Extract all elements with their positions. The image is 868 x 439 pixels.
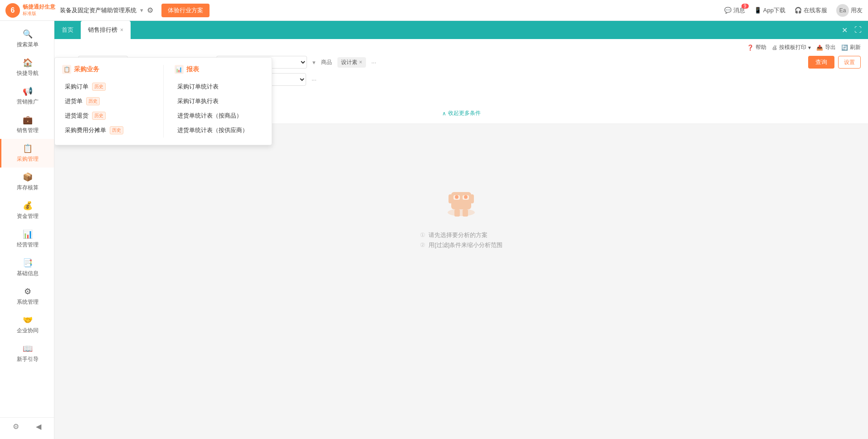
industry-btn[interactable]: 体验行业方案 xyxy=(161,4,210,17)
content-area: 首页 销售排行榜 × ✕ ⛶ ❓ 帮助 xyxy=(54,21,868,439)
sidebar-item-purchase[interactable]: 📋 采购管理 xyxy=(0,139,54,168)
tab-home[interactable]: 首页 xyxy=(54,21,81,39)
salesperson-dots[interactable]: ··· xyxy=(312,76,317,83)
tab-sales-rank[interactable]: 销售排行榜 × xyxy=(81,21,131,39)
purchase-section: 📋 采购业务 采购订单 历史 进货单 历史 进货退货 历史 xyxy=(62,65,152,138)
sidebar-item-system[interactable]: ⚙ 系统管理 xyxy=(0,282,54,311)
print-dropdown-icon[interactable]: ▾ xyxy=(808,44,811,51)
close-tab-btn[interactable]: ✕ xyxy=(838,24,851,36)
sidebar-item-guide[interactable]: 📖 新手引导 xyxy=(0,339,54,368)
header-right: 💬 消息 9 📱 App下载 🎧 在线客服 Ea 用友 xyxy=(724,4,863,17)
refresh-icon: 🔄 xyxy=(841,44,848,51)
toolbar-actions-row: ❓ 帮助 🖨 按模板打印 ▾ 📤 导出 🔄 xyxy=(62,44,861,51)
chart-icon: 📊 xyxy=(23,229,33,239)
empty-state: ① 请先选择要分析的方案 ② 用[过滤]条件来缩小分析范围 xyxy=(54,124,868,306)
bottom-settings-icon[interactable]: ⚙ xyxy=(13,422,19,431)
history-badge: 历史 xyxy=(92,83,106,91)
menu-item-purchase-order[interactable]: 采购订单 历史 xyxy=(62,79,152,94)
tab-home-label: 首页 xyxy=(62,26,73,34)
sidebar-item-label: 搜索菜单 xyxy=(17,41,39,49)
main-layout: 🔍 搜索菜单 🏠 快捷导航 📢 营销推广 💼 销售管理 📋 采购管理 📦 库存核… xyxy=(0,21,868,439)
sidebar-item-label: 库存核算 xyxy=(17,184,39,192)
book-icon: 📖 xyxy=(23,344,33,354)
menu-item-purchase-order-exec[interactable]: 采购订单执行表 xyxy=(175,94,265,109)
online-service-item[interactable]: 🎧 在线客服 xyxy=(795,6,827,15)
collapse-icon: ∧ xyxy=(442,110,446,117)
settings-button[interactable]: 设置 xyxy=(838,56,861,69)
sidebar-item-search[interactable]: 🔍 搜索菜单 xyxy=(0,25,54,53)
online-service-label: 在线客服 xyxy=(804,6,827,15)
menu-item-goods-return[interactable]: 进货退货 历史 xyxy=(62,109,152,123)
system-title-text: 装备及固定资产辅助管理系统 xyxy=(60,6,137,15)
sidebar-bottom: ⚙ ◀ xyxy=(0,417,54,435)
print-action[interactable]: 🖨 按模板打印 ▾ xyxy=(772,44,811,51)
purchase-section-icon: 📋 xyxy=(62,65,71,74)
user-item[interactable]: Ea 用友 xyxy=(836,4,863,17)
refresh-action[interactable]: 🔄 刷新 xyxy=(841,44,861,51)
svg-rect-7 xyxy=(463,209,468,217)
tab-close-icon[interactable]: × xyxy=(120,27,123,33)
message-badge: 9 xyxy=(741,4,749,9)
sidebar-item-label: 系统管理 xyxy=(17,298,39,306)
handshake-icon: 🤝 xyxy=(23,315,33,325)
help-action[interactable]: ❓ 帮助 xyxy=(747,44,766,51)
search-icon: 🔍 xyxy=(23,29,33,39)
bottom-collapse-icon[interactable]: ◀ xyxy=(36,422,41,431)
gear-icon: ⚙ xyxy=(24,286,31,296)
empty-tip2: ② 用[过滤]条件来缩小分析范围 xyxy=(420,241,503,249)
goods-dots[interactable]: ··· xyxy=(371,59,376,66)
sidebar-item-enterprise[interactable]: 🤝 企业协同 xyxy=(0,311,54,339)
menu-item-goods-stat-by-supplier[interactable]: 进货单统计表（按供应商） xyxy=(175,123,265,138)
menu-item-label: 采购订单统计表 xyxy=(177,83,219,91)
sidebar-item-inventory[interactable]: 📦 库存核算 xyxy=(0,168,54,196)
report-section-title: 📊 报表 xyxy=(175,65,265,74)
app-download-item[interactable]: 📱 App下载 xyxy=(754,6,785,15)
print-label: 按模板打印 xyxy=(779,44,806,51)
phone-icon: 📱 xyxy=(754,7,761,14)
menu-item-goods-receipt[interactable]: 进货单 历史 xyxy=(62,94,152,109)
menu-item-label: 进货退货 xyxy=(65,112,88,120)
sidebar-item-quick[interactable]: 🏠 快捷导航 xyxy=(0,53,54,82)
settings-icon[interactable]: ⚙ xyxy=(147,6,153,15)
empty-tip1: ① 请先选择要分析的方案 xyxy=(420,231,503,239)
message-item[interactable]: 💬 消息 9 xyxy=(724,6,745,15)
search-button[interactable]: 查询 xyxy=(808,56,834,69)
collapse-label: 收起更多条件 xyxy=(448,109,481,117)
sidebar-item-label: 采购管理 xyxy=(17,155,39,163)
doc-status-dots[interactable]: ▾ xyxy=(312,59,316,66)
fullscreen-btn[interactable]: ⛶ xyxy=(852,24,864,36)
toolbar-right: ❓ 帮助 🖨 按模板打印 ▾ 📤 导出 🔄 xyxy=(747,44,861,51)
clipboard-icon: 📋 xyxy=(23,143,33,153)
tab-bar: 首页 销售排行榜 × ✕ ⛶ xyxy=(54,21,868,39)
svg-rect-6 xyxy=(454,209,460,217)
user-label: 用友 xyxy=(851,6,863,15)
goods-tag: 设计素 × xyxy=(337,57,366,68)
sidebar-item-label: 经营管理 xyxy=(17,241,39,249)
purchase-section-title: 📋 采购业务 xyxy=(62,65,152,74)
sidebar-item-sales[interactable]: 💼 销售管理 xyxy=(0,110,54,139)
sidebar-item-marketing[interactable]: 📢 营销推广 xyxy=(0,82,54,110)
sidebar-item-finance[interactable]: 💰 资金管理 xyxy=(0,196,54,225)
empty-illustration xyxy=(439,178,484,224)
menu-item-label: 采购订单 xyxy=(65,83,88,91)
sidebar-item-basic[interactable]: 📑 基础信息 xyxy=(0,253,54,282)
menu-item-purchase-order-stat[interactable]: 采购订单统计表 xyxy=(175,79,265,94)
sidebar-item-label: 销售管理 xyxy=(17,127,39,134)
export-action[interactable]: 📤 导出 xyxy=(816,44,836,51)
goods-tag-close[interactable]: × xyxy=(359,59,362,65)
sidebar-item-operation[interactable]: 📊 经营管理 xyxy=(0,225,54,253)
menu-item-goods-stat-by-goods[interactable]: 进货单统计表（按商品） xyxy=(175,109,265,123)
document-icon: 📑 xyxy=(23,258,33,268)
money-icon: 💰 xyxy=(23,201,33,211)
title-dropdown-icon[interactable]: ▾ xyxy=(140,7,143,14)
sidebar-item-label: 资金管理 xyxy=(17,212,39,220)
menu-item-label: 进货单统计表（按供应商） xyxy=(177,126,248,134)
menu-item-purchase-expense[interactable]: 采购费用分摊单 历史 xyxy=(62,123,152,138)
svg-rect-1 xyxy=(451,192,471,209)
sidebar-item-label: 企业协同 xyxy=(17,327,39,335)
sidebar-item-label: 基础信息 xyxy=(17,270,39,277)
search-btns: 查询 设置 xyxy=(808,56,861,69)
sidebar-item-label: 营销推广 xyxy=(17,98,39,106)
report-section: 📊 报表 采购订单统计表 采购订单执行表 进货单统计表（按商品） 进货单统计表（… xyxy=(175,65,265,138)
page-content: ❓ 帮助 🖨 按模板打印 ▾ 📤 导出 🔄 xyxy=(54,39,868,439)
